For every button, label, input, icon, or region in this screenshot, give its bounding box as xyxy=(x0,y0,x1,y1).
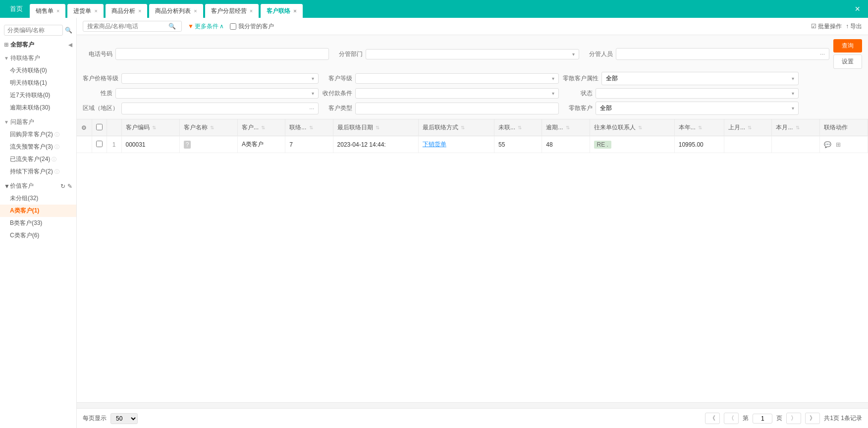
sort-icon-overdue[interactable]: ⇅ xyxy=(566,125,570,130)
filter-customer-level-select[interactable]: ▾ xyxy=(355,73,558,84)
my-customer-checkbox[interactable]: 我分管的客户 xyxy=(230,22,274,31)
filter-status-select[interactable]: ▾ xyxy=(596,88,799,99)
nav-tab-purchase-close[interactable]: × xyxy=(94,4,97,18)
th-checkbox[interactable] xyxy=(92,119,107,136)
page-number-input[interactable] xyxy=(753,414,772,424)
sidebar-item-declining[interactable]: 持续下滑客户(2) ⓘ xyxy=(0,165,76,178)
nav-tab-sales-close[interactable]: × xyxy=(56,4,59,18)
td-last-contact-method[interactable]: 下销货单 xyxy=(418,136,494,153)
th-settings[interactable]: ⚙ xyxy=(77,119,92,136)
filter-retail-attr-select[interactable]: 全部 ▾ xyxy=(601,72,799,85)
sort-icon-contact[interactable]: ⇅ xyxy=(309,125,313,130)
nav-tab-purchase[interactable]: 进货单 × xyxy=(67,4,103,18)
nav-home[interactable]: 首页 xyxy=(4,0,29,18)
page-size-select[interactable]: 50 100 200 xyxy=(110,413,138,424)
sidebar-item-overdue[interactable]: 逾期未联络(30) xyxy=(0,102,76,114)
sidebar-item-unclassified[interactable]: 未分组(32) xyxy=(0,192,76,205)
batch-op-button[interactable]: ☑ 批量操作 xyxy=(811,22,842,31)
td-actions[interactable]: 💬 ⊞ xyxy=(819,136,868,153)
nav-tab-analysis-list-close[interactable]: × xyxy=(194,4,197,18)
nav-tab-customer-mgmt[interactable]: 客户分层经营 × xyxy=(205,4,259,18)
more-filter-button[interactable]: ▼ 更多条件 ∧ xyxy=(188,22,224,31)
filter-search-icon[interactable]: 🔍 xyxy=(168,23,176,30)
dots-icon-region[interactable]: ··· xyxy=(309,105,314,112)
sidebar-item-7days[interactable]: 近7天待联络(0) xyxy=(0,89,76,102)
filter-phone-input[interactable] xyxy=(115,48,329,60)
settings-button[interactable]: 设置 xyxy=(833,54,862,69)
sort-icon-method[interactable]: ⇅ xyxy=(461,125,465,130)
first-page-button[interactable]: 《 xyxy=(705,413,720,424)
nav-tab-analysis-close[interactable]: × xyxy=(138,4,141,18)
th-overdue[interactable]: 逾期... ⇅ xyxy=(542,119,590,136)
next-page-button[interactable]: 〉 xyxy=(786,413,801,424)
th-contact[interactable]: 联络... ⇅ xyxy=(285,119,333,136)
horizontal-scrollbar[interactable] xyxy=(77,402,868,408)
sort-icon-name[interactable]: ⇅ xyxy=(210,125,214,130)
refresh-icon[interactable]: ↻ xyxy=(60,183,65,190)
sort-icon-type[interactable]: ⇅ xyxy=(261,125,265,130)
nav-tab-sales[interactable]: 销售单 × xyxy=(30,4,65,18)
filter-customer-type-input[interactable] xyxy=(355,103,558,114)
row-checkbox[interactable] xyxy=(96,141,103,147)
sidebar-all-customers[interactable]: ⊞ 全部客户 ◀ xyxy=(0,39,76,51)
action-chat-icon[interactable]: 💬 xyxy=(824,141,831,148)
sidebar-item-today[interactable]: 今天待联络(0) xyxy=(0,64,76,77)
th-last-contact-date[interactable]: 最后联络日期 ⇅ xyxy=(333,119,418,136)
my-customer-check[interactable] xyxy=(230,23,236,30)
sidebar-search-icon[interactable]: 🔍 xyxy=(65,27,72,34)
filter-manager-select[interactable]: ··· xyxy=(616,48,829,60)
th-this-year[interactable]: 本年... ⇅ xyxy=(674,119,724,136)
sidebar-item-class-c[interactable]: C类客户(6) xyxy=(0,229,76,242)
sort-icon-year[interactable]: ⇅ xyxy=(698,125,702,130)
action-qr-icon[interactable]: ⊞ xyxy=(836,141,841,148)
prev-page-button[interactable]: 〈 xyxy=(724,413,739,424)
td-row-checkbox[interactable] xyxy=(92,136,107,153)
th-customer-name[interactable]: 客户名称 ⇅ xyxy=(179,119,237,136)
sidebar-item-repurchase-abnormal[interactable]: 回购异常客户(2) ⓘ xyxy=(0,128,76,141)
sort-icon-date[interactable]: ⇅ xyxy=(376,125,380,130)
sort-icon-code[interactable]: ⇅ xyxy=(152,125,156,130)
sidebar-item-class-a[interactable]: A类客户(1) xyxy=(0,205,76,217)
nav-tab-customer-mgmt-close[interactable]: × xyxy=(250,4,253,18)
filter-search-box[interactable]: 🔍 xyxy=(83,21,182,32)
th-this-month[interactable]: 本月... ⇅ xyxy=(772,119,819,136)
last-contact-method-link[interactable]: 下销货单 xyxy=(423,141,446,148)
th-customer-code[interactable]: 客户编码 ⇅ xyxy=(121,119,179,136)
filter-search-input[interactable] xyxy=(87,23,166,30)
filter-region-select[interactable]: ··· xyxy=(121,103,319,114)
sidebar-item-class-b[interactable]: B类客户(33) xyxy=(0,217,76,229)
th-last-month[interactable]: 上月... ⇅ xyxy=(724,119,772,136)
nav-close-all-button[interactable]: × xyxy=(851,4,864,14)
sidebar-collapse-icon[interactable]: ◀ xyxy=(68,42,72,48)
filter-retail-customer-select[interactable]: 全部 ▾ xyxy=(596,102,799,115)
select-all-checkbox[interactable] xyxy=(96,124,103,130)
sidebar-search-input[interactable] xyxy=(4,25,63,36)
sort-icon-no-contact[interactable]: ⇅ xyxy=(518,125,522,130)
filter-dept-select[interactable]: ▾ xyxy=(366,49,579,59)
sidebar-item-churned[interactable]: 已流失客户(24) ⓘ xyxy=(0,153,76,165)
sidebar-item-tomorrow[interactable]: 明天待联络(1) xyxy=(0,77,76,89)
last-page-button[interactable]: 》 xyxy=(805,413,820,424)
sidebar-item-churn-warning[interactable]: 流失预警客户(3) ⓘ xyxy=(0,141,76,153)
sort-icon-last-month[interactable]: ⇅ xyxy=(748,125,752,130)
filter-price-level-select[interactable]: ▾ xyxy=(121,73,319,84)
th-unit-contact[interactable]: 往来单位联系人 ⇅ xyxy=(590,119,674,136)
filter-nature-select[interactable]: ▾ xyxy=(115,88,319,99)
filter-payment-select[interactable]: ▾ xyxy=(355,88,558,99)
th-customer-type[interactable]: 客户... ⇅ xyxy=(237,119,285,136)
th-no-contact[interactable]: 未联... ⇅ xyxy=(494,119,542,136)
pending-contact-title[interactable]: ▼ 待联络客户 xyxy=(0,52,76,64)
query-button[interactable]: 查询 xyxy=(833,39,862,53)
sort-icon-unit[interactable]: ⇅ xyxy=(638,125,642,130)
dots-icon-manager[interactable]: ··· xyxy=(820,51,825,57)
nav-tab-customer-contact[interactable]: 客户联络 × xyxy=(261,4,302,18)
edit-icon[interactable]: ✎ xyxy=(67,183,72,190)
nav-tab-analysis[interactable]: 商品分析 × xyxy=(106,4,147,18)
nav-tab-analysis-list[interactable]: 商品分析列表 × xyxy=(149,4,203,18)
nav-tab-customer-contact-close[interactable]: × xyxy=(293,4,296,18)
problem-customer-title[interactable]: ▼ 问题客户 xyxy=(0,116,76,128)
gear-icon[interactable]: ⚙ xyxy=(81,124,87,131)
value-customer-title[interactable]: ▼ 价值客户 ↻ ✎ xyxy=(0,180,76,192)
th-last-contact-method[interactable]: 最后联络方式 ⇅ xyxy=(418,119,494,136)
export-button[interactable]: ↑ 导出 xyxy=(846,22,862,31)
